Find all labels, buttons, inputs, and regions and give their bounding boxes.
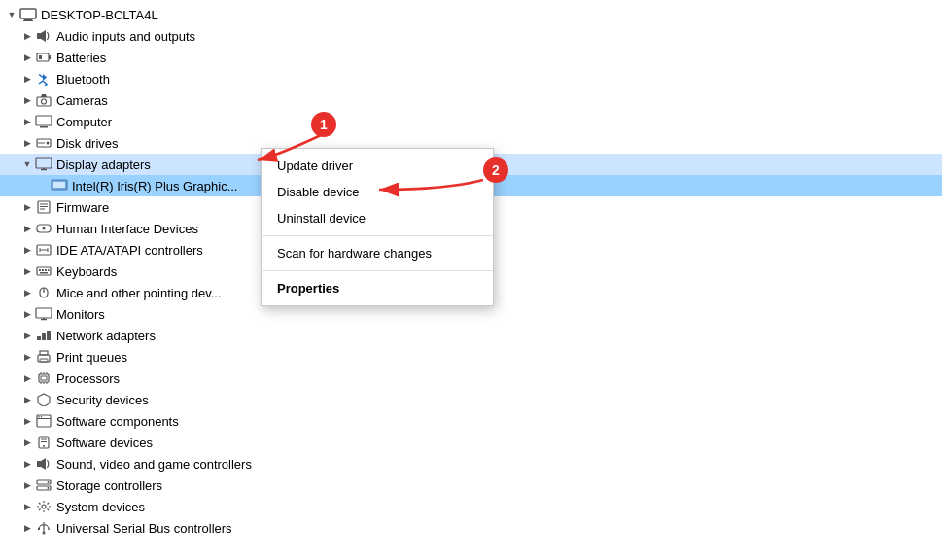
expand-mice[interactable]: ▶	[19, 285, 35, 300]
print-label: Print queues	[56, 350, 127, 365]
expand-security[interactable]: ▶	[19, 392, 35, 407]
monitors-label: Monitors	[56, 307, 105, 322]
context-menu-properties[interactable]: Properties	[262, 275, 493, 301]
svg-rect-7	[39, 55, 42, 59]
tree-item-computer[interactable]: ▶ Computer	[0, 111, 942, 132]
firmware-label: Firmware	[56, 200, 109, 215]
storage-label: Storage controllers	[56, 478, 162, 493]
expand-keyboards[interactable]: ▶	[19, 263, 35, 279]
tree-item-system[interactable]: ▶ System devices	[0, 496, 942, 517]
svg-point-71	[48, 487, 50, 489]
expand-audio[interactable]: ▶	[19, 28, 35, 44]
svg-rect-35	[42, 269, 44, 271]
hid-label: Human Interface Devices	[56, 222, 198, 236]
svg-rect-37	[48, 269, 50, 271]
context-menu-separator-2	[262, 270, 493, 271]
tree-item-storage[interactable]: ▶ Storage controllers	[0, 474, 942, 496]
tree-item-sound[interactable]: ▶ Sound, video and game controllers	[0, 453, 942, 474]
svg-rect-36	[45, 269, 47, 271]
display-icon	[35, 157, 52, 172]
expand-hid[interactable]: ▶	[19, 221, 35, 236]
expand-ide[interactable]: ▶	[19, 242, 35, 258]
svg-point-28	[43, 228, 46, 230]
svg-rect-66	[37, 461, 41, 467]
expand-cameras[interactable]: ▶	[19, 92, 35, 108]
keyboards-icon	[35, 263, 52, 279]
system-icon	[35, 499, 52, 514]
svg-rect-22	[53, 182, 65, 188]
tree-item-software-comp[interactable]: ▶ Software components	[0, 410, 942, 432]
svg-point-60	[38, 416, 40, 418]
tree-item-bluetooth[interactable]: ▶ Bluetooth	[0, 68, 942, 89]
audio-icon	[35, 28, 52, 44]
mice-label: Mice and other pointing dev...	[56, 286, 222, 300]
sound-icon	[35, 456, 52, 472]
svg-rect-13	[36, 116, 52, 125]
expand-usb[interactable]: ▶	[19, 520, 35, 536]
expand-root[interactable]: ▼	[4, 7, 19, 22]
bluetooth-icon	[35, 71, 52, 87]
svg-marker-12	[41, 94, 47, 97]
expand-display[interactable]: ▼	[19, 157, 35, 172]
cameras-label: Cameras	[56, 93, 108, 108]
software-comp-label: Software components	[56, 414, 179, 429]
firmware-icon	[35, 199, 52, 215]
system-label: System devices	[56, 500, 145, 514]
tree-item-network[interactable]: ▶ Network adapters	[0, 325, 942, 346]
expand-system[interactable]: ▶	[19, 499, 35, 514]
expand-bluetooth[interactable]: ▶	[19, 71, 35, 87]
expand-disk[interactable]: ▶	[19, 135, 35, 151]
expand-network[interactable]: ▶	[19, 328, 35, 343]
svg-rect-0	[20, 9, 36, 18]
tree-item-monitors[interactable]: ▶ Monitors	[0, 303, 942, 325]
expand-batteries[interactable]: ▶	[19, 50, 35, 65]
tree-item-software-dev[interactable]: ▶ Software devices	[0, 432, 942, 453]
tree-item-security[interactable]: ▶ Security devices	[0, 389, 942, 410]
network-label: Network adapters	[56, 329, 156, 343]
audio-label: Audio inputs and outputs	[56, 29, 195, 44]
software-dev-label: Software devices	[56, 436, 153, 450]
expand-intel: ▶	[35, 178, 51, 193]
svg-rect-48	[40, 351, 48, 355]
tree-item-audio[interactable]: ▶ Audio inputs and outputs	[0, 25, 942, 47]
context-menu-scan-changes[interactable]: Scan for hardware changes	[262, 240, 493, 266]
expand-processors[interactable]: ▶	[19, 370, 35, 386]
tree-item-root[interactable]: ▼ DESKTOP-BCLTA4L	[0, 4, 942, 25]
batteries-icon	[35, 50, 52, 65]
svg-rect-38	[40, 272, 48, 274]
svg-line-75	[47, 525, 49, 528]
expand-firmware[interactable]: ▶	[19, 199, 35, 215]
context-menu-uninstall-device[interactable]: Uninstall device	[262, 205, 493, 231]
software-comp-icon	[35, 413, 52, 429]
svg-rect-34	[39, 269, 41, 271]
computer-label: Computer	[56, 115, 112, 129]
svg-point-72	[42, 505, 46, 508]
print-icon	[35, 349, 52, 365]
expand-software-comp[interactable]: ▶	[19, 413, 35, 429]
disk-icon	[35, 135, 52, 151]
svg-rect-51	[41, 376, 47, 380]
context-menu-disable-device[interactable]: Disable device	[262, 179, 493, 205]
svg-point-77	[48, 528, 50, 530]
keyboards-label: Keyboards	[56, 264, 117, 279]
expand-print[interactable]: ▶	[19, 349, 35, 365]
svg-line-9	[39, 81, 43, 84]
expand-monitors[interactable]: ▶	[19, 306, 35, 322]
intel-label: Intel(R) Iris(R) Plus Graphic...	[72, 179, 237, 193]
security-icon	[35, 392, 52, 407]
svg-rect-45	[42, 333, 46, 340]
tree-item-print[interactable]: ▶ Print queues	[0, 346, 942, 368]
svg-rect-49	[40, 359, 48, 362]
tree-item-batteries[interactable]: ▶ Batteries	[0, 47, 942, 68]
display-label: Display adapters	[56, 158, 151, 172]
tree-item-processors[interactable]: ▶ Processors	[0, 368, 942, 389]
expand-software-dev[interactable]: ▶	[19, 435, 35, 450]
tree-item-usb[interactable]: ▶ Universal Serial Bus controllers	[0, 517, 942, 539]
expand-storage[interactable]: ▶	[19, 477, 35, 493]
sound-label: Sound, video and game controllers	[56, 457, 252, 472]
context-menu-update-driver[interactable]: Update driver	[262, 153, 493, 179]
context-menu-separator-1	[262, 235, 493, 236]
expand-sound[interactable]: ▶	[19, 456, 35, 472]
tree-item-cameras[interactable]: ▶ Cameras	[0, 89, 942, 111]
expand-computer[interactable]: ▶	[19, 114, 35, 129]
